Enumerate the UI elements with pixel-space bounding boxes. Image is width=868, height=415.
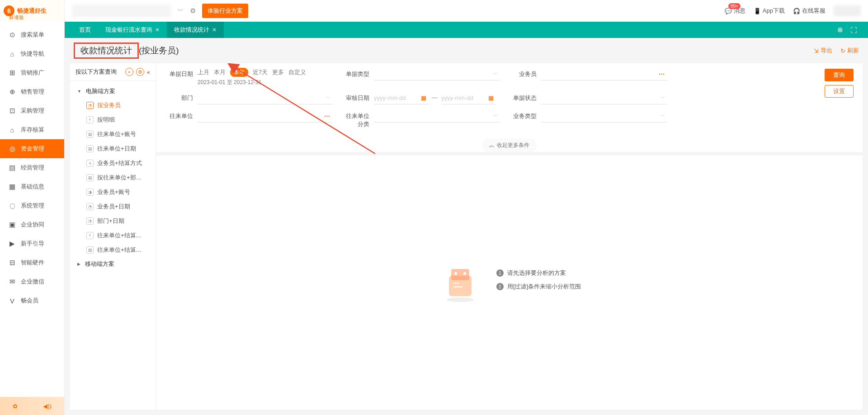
support-button[interactable]: 🎧 在线客服	[793, 7, 826, 15]
tab-label: 收款情况统计	[174, 26, 209, 34]
sidebar-item-hardware[interactable]: ⊟智能硬件	[0, 253, 64, 272]
messages-button[interactable]: 💬 消息 99+	[725, 7, 745, 15]
sidebar-item-sales[interactable]: ⊕销售管理	[0, 82, 64, 101]
tab-home[interactable]: 首页	[72, 22, 98, 38]
device-icon: ⊟	[8, 259, 16, 267]
company-selector[interactable]	[72, 5, 171, 17]
tree-item[interactable]: ⫯往来单位+结算方式	[70, 228, 156, 243]
tree-item[interactable]: ▤往来单位+日期	[70, 141, 156, 156]
sidebar-item-search-menu[interactable]: ⊙搜索菜单	[0, 25, 64, 44]
bill-status-select[interactable]: ﹀	[541, 92, 667, 104]
sidebar-item-guide[interactable]: ▶新手引导	[0, 234, 64, 253]
sidebar-item-member[interactable]: V畅会员	[0, 291, 64, 310]
refresh-button[interactable]: ↻刷新	[840, 47, 859, 55]
tree-group-mobile[interactable]: ▶移动端方案	[70, 257, 156, 271]
app-download-button[interactable]: 📱 App下载	[754, 7, 785, 15]
close-all-icon[interactable]: ⊗	[837, 26, 843, 34]
play-icon: ▶	[8, 240, 16, 248]
svg-point-3	[454, 272, 457, 275]
settings-button[interactable]: 设置	[825, 85, 854, 98]
logo-edition: 标准版	[9, 14, 24, 21]
dept-select[interactable]: ﹀	[198, 92, 332, 104]
tab-receipt-stats[interactable]: 收款情况统计✕	[167, 22, 224, 38]
tree-item[interactable]: ▤往来单位+账号	[70, 127, 156, 141]
scheme-panel: 按以下方案查询 + ⚙ « ▼电脑端方案 ◔按业务员 ⫯按明细 ▤往来单位+账号…	[70, 63, 156, 410]
sidebar-item-inventory[interactable]: ⌂库存核算	[0, 120, 64, 139]
more-icon[interactable]: ⋯	[324, 113, 330, 119]
more-icon[interactable]: ⋯	[659, 71, 665, 77]
date-sc-custom[interactable]: 自定义	[288, 68, 306, 76]
tree-item[interactable]: ⫯按明细	[70, 113, 156, 127]
grid-icon: ⊞	[8, 69, 16, 77]
sidebar-item-purchase[interactable]: ⊡采购管理	[0, 101, 64, 120]
audit-date-to[interactable]: yyyy-mm-dd▦	[441, 92, 495, 104]
trial-button[interactable]: 体验行业方案	[202, 4, 248, 18]
results-area: 1请先选择要分析的方案 2用[过滤]条件来缩小分析范围	[156, 152, 863, 410]
scheme-settings-icon[interactable]: ⚙	[136, 68, 144, 76]
tree-item[interactable]: ▤往来单位+结算方式	[70, 243, 156, 257]
tree-item[interactable]: ◔业务员+日期	[70, 199, 156, 214]
bill-type-label: 单据类型	[341, 68, 374, 78]
scheme-header-label: 按以下方案查询	[75, 68, 117, 76]
tree-item[interactable]: ⫮业务员+结算方式	[70, 156, 156, 170]
tree-item-label: 业务员+结算方式	[97, 159, 142, 167]
gear-icon[interactable]: ⚙	[190, 7, 196, 15]
sidebar-footer: ✿ ◀))	[0, 397, 64, 415]
sidebar-item-collab[interactable]: ▣企业协同	[0, 215, 64, 234]
tree-group-label: 电脑端方案	[86, 87, 115, 95]
settings-icon[interactable]: ✿	[13, 403, 18, 410]
chart-icon: ⫯	[86, 232, 94, 239]
sidebar-item-quick-nav[interactable]: ⌂快捷导航	[0, 44, 64, 63]
sidebar-item-base[interactable]: ▦基础信息	[0, 177, 64, 196]
phone-icon: 📱	[754, 8, 761, 14]
date-sc-this-month[interactable]: 本月	[214, 68, 226, 76]
sidebar-item-business[interactable]: ▤经营管理	[0, 158, 64, 177]
collapse-label: 收起更多条件	[497, 141, 529, 149]
close-icon[interactable]: ✕	[155, 27, 160, 33]
partner-cat-select[interactable]: ﹀	[374, 110, 500, 123]
close-icon[interactable]: ✕	[212, 27, 217, 33]
placeholder: yyyy-mm-dd	[441, 94, 473, 101]
table-icon: ▦	[8, 183, 16, 191]
export-button[interactable]: ⇲导出	[814, 47, 832, 55]
doc-icon: ▤	[86, 174, 94, 181]
sidebar-item-wechat[interactable]: ✉企业微信	[0, 272, 64, 291]
audit-date-from[interactable]: yyyy-mm-dd▦	[374, 92, 428, 104]
tree-item[interactable]: ▤按往来单位+部门+收...	[70, 170, 156, 185]
bar-icon: ⫮	[86, 160, 94, 167]
clock-icon: ◔	[86, 217, 94, 225]
sidebar-item-marketing[interactable]: ⊞营销推广	[0, 63, 64, 82]
hint-number: 2	[496, 283, 504, 290]
collapse-conditions-button[interactable]: ︽ 收起更多条件	[482, 138, 537, 152]
chevron-down-icon[interactable]: ﹀	[178, 7, 184, 15]
tree-item-by-salesperson[interactable]: ◔按业务员	[70, 98, 156, 113]
query-button[interactable]: 查询	[825, 69, 854, 81]
support-label: 在线客服	[802, 7, 826, 15]
avatar[interactable]	[834, 5, 861, 16]
sidebar-item-label: 采购管理	[21, 107, 44, 115]
filters: 单据日期 上月 本月 本年 近7天 更多 自定义 20	[156, 63, 863, 138]
date-sc-this-year[interactable]: 本年	[230, 68, 248, 77]
tree-item[interactable]: ◑业务员+账号	[70, 185, 156, 199]
tree-item[interactable]: ◔部门+日期	[70, 214, 156, 228]
bill-type-select[interactable]: ﹀	[374, 68, 500, 80]
sidebar-item-funds[interactable]: ◎资金管理	[0, 139, 64, 158]
sidebar-menu: ⊙搜索菜单 ⌂快捷导航 ⊞营销推广 ⊕销售管理 ⊡采购管理 ⌂库存核算 ◎资金管…	[0, 22, 64, 397]
add-scheme-icon[interactable]: +	[125, 68, 133, 76]
header-right: 💬 消息 99+ 📱 App下载 🎧 在线客服	[725, 5, 861, 16]
sidebar-item-system[interactable]: ◌系统管理	[0, 196, 64, 215]
biz-type-select[interactable]: ﹀	[541, 110, 667, 123]
fullscreen-icon[interactable]: ⛶	[850, 26, 857, 34]
svg-rect-5	[453, 283, 459, 284]
tree-group-desktop[interactable]: ▼电脑端方案	[70, 85, 156, 98]
sidebar: 6 畅捷通好生 标准版 ⊙搜索菜单 ⌂快捷导航 ⊞营销推广 ⊕销售管理 ⊡采购管…	[0, 0, 65, 415]
date-sc-last-month[interactable]: 上月	[198, 68, 209, 76]
sound-icon[interactable]: ◀))	[43, 403, 52, 410]
salesperson-select[interactable]: ⋯	[541, 68, 667, 80]
partner-select[interactable]: ⋯	[198, 110, 332, 123]
hint-text: 请先选择要分析的方案	[507, 269, 566, 277]
date-sc-7days[interactable]: 近7天	[253, 68, 268, 76]
tab-cash-flow[interactable]: 现金银行流水查询✕	[98, 22, 167, 38]
collapse-panel-icon[interactable]: «	[147, 69, 150, 75]
date-sc-more[interactable]: 更多	[272, 68, 284, 76]
